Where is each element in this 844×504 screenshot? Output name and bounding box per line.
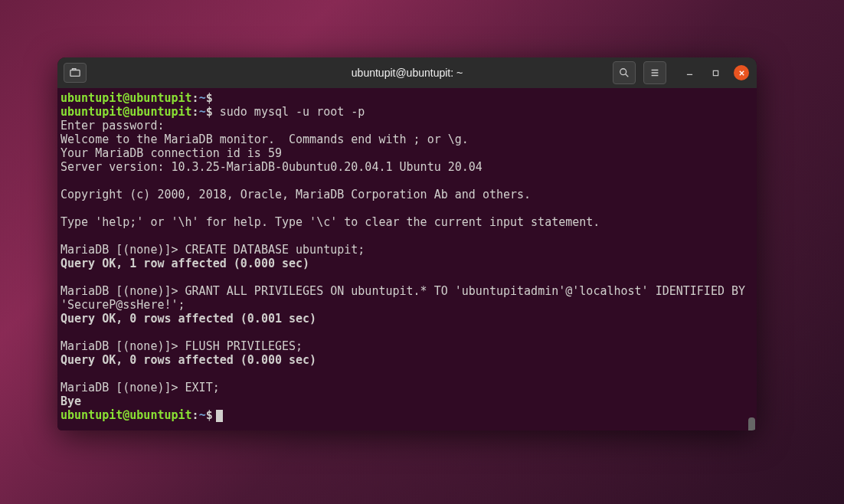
query-result: Query OK, 1 row affected (0.000 sec) [61,257,309,270]
query-result: Query OK, 0 rows affected (0.000 sec) [61,353,316,367]
titlebar-right [613,61,751,84]
prompt-path: ~ [199,105,206,119]
window-title: ubuntupit@ubuntupit: ~ [352,67,463,79]
prompt-user: ubuntupit@ubuntupit [61,105,192,119]
maximize-icon [712,70,719,77]
prompt-colon: : [192,105,199,119]
search-button[interactable] [613,61,636,84]
output-line: Enter password: [61,119,164,133]
minimize-icon [686,70,693,77]
menu-button[interactable] [643,61,666,84]
mariadb-prompt: MariaDB [(none)]> [61,381,185,394]
prompt-user: ubuntupit@ubuntupit [61,408,192,422]
prompt-dollar: $ [206,105,213,119]
prompt-dollar: $ [206,408,213,422]
bye-line: Bye [61,394,81,408]
cursor [216,410,223,422]
terminal-content: ubuntupit@ubuntupit:~$ ubuntupit@ubuntup… [61,91,754,422]
svg-rect-7 [713,70,718,75]
prompt-colon: : [192,91,199,105]
prompt-dollar: $ [206,91,213,105]
output-line: Type 'help;' or '\h' for help. Type '\c'… [61,215,600,229]
sql-create: CREATE DATABASE ubuntupit; [185,243,365,257]
window-controls [682,65,749,80]
tab-icon [70,67,80,78]
sql-flush: FLUSH PRIVILEGES; [185,339,303,353]
mariadb-prompt: MariaDB [(none)]> [61,243,185,257]
prompt-path: ~ [199,408,206,422]
svg-line-2 [626,74,629,77]
new-tab-button[interactable] [64,63,87,83]
terminal-body[interactable]: ubuntupit@ubuntupit:~$ ubuntupit@ubuntup… [57,88,757,430]
sql-exit: EXIT; [185,381,220,394]
svg-point-1 [620,69,626,75]
output-line: Your MariaDB connection id is 59 [61,146,282,160]
prompt-user: ubuntupit@ubuntupit [61,91,192,105]
minimize-button[interactable] [682,65,697,80]
output-line: Copyright (c) 2000, 2018, Oracle, MariaD… [61,188,531,201]
mysql-cmd-text: sudo mysql -u root -p [220,105,365,119]
mariadb-prompt: MariaDB [(none)]> [61,284,185,298]
close-button[interactable] [734,65,749,80]
svg-rect-0 [70,70,80,77]
mysql-cmd [213,105,220,119]
prompt-path: ~ [199,91,206,105]
terminal-window: ubuntupit@ubuntupit: ~ [57,57,757,430]
mariadb-prompt: MariaDB [(none)]> [61,339,185,353]
close-icon [738,70,745,77]
maximize-button[interactable] [708,65,723,80]
prompt-colon: : [192,408,199,422]
scrollbar-thumb[interactable] [748,417,755,430]
titlebar[interactable]: ubuntupit@ubuntupit: ~ [57,57,757,88]
output-line: Server version: 10.3.25-MariaDB-0ubuntu0… [61,160,483,174]
query-result: Query OK, 0 rows affected (0.001 sec) [61,312,316,326]
hamburger-icon [649,67,660,78]
search-icon [619,67,630,78]
output-line: Welcome to the MariaDB monitor. Commands… [61,133,469,146]
